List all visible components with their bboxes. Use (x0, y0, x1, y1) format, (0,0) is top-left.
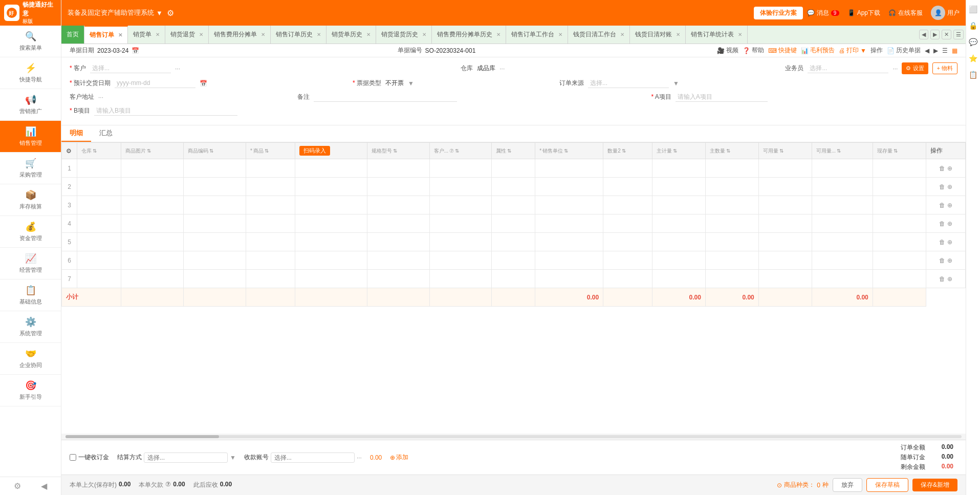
row-4-current[interactable] (873, 214, 926, 233)
row-7-copy-btn[interactable]: ⊕ (947, 275, 952, 283)
solution-btn[interactable]: 体验行业方案 (754, 7, 803, 19)
profit-btn[interactable]: 📊 毛利预告 (801, 46, 835, 55)
row-3-copy-btn[interactable]: ⊕ (947, 202, 952, 209)
row-2-spec[interactable] (367, 178, 429, 196)
row-1-available2[interactable] (812, 159, 873, 178)
row-1-copy-btn[interactable]: ⊕ (947, 165, 952, 172)
receipt-account-input[interactable] (271, 453, 355, 463)
th-attr[interactable]: 属性⇅ (491, 143, 535, 159)
row-2-scan[interactable] (295, 178, 367, 196)
row-5-copy-btn[interactable]: ⊕ (947, 239, 952, 246)
row-3-qty2[interactable] (603, 196, 652, 214)
tab-order-workbench-close[interactable]: ✕ (558, 32, 562, 37)
print-btn[interactable]: 🖨 打印 ▼ (839, 46, 866, 55)
row-2-attr[interactable] (491, 178, 535, 196)
sidebar-item-collab[interactable]: 🤝 企业协同 (0, 343, 61, 375)
row-5-code[interactable] (183, 233, 246, 251)
row-3-warehouse[interactable] (77, 196, 121, 214)
customer-dots[interactable]: ··· (175, 65, 180, 72)
row-1-available[interactable] (758, 159, 812, 178)
row-1-unit[interactable] (535, 159, 603, 178)
row-1-spec[interactable] (367, 159, 429, 178)
row-5-main-qty[interactable] (705, 233, 758, 251)
row-1-main-unit[interactable] (652, 159, 706, 178)
row-4-qty2[interactable] (603, 214, 652, 233)
row-4-available[interactable] (758, 214, 812, 233)
row-4-code[interactable] (183, 214, 246, 233)
row-3-code[interactable] (183, 196, 246, 214)
msg-action[interactable]: 💬 消息 9 (807, 9, 839, 17)
row-5-main-unit[interactable] (652, 233, 706, 251)
user-action[interactable]: 👤 用户 (931, 6, 960, 20)
sidebar-item-purchase[interactable]: 🛒 采购管理 (0, 153, 61, 184)
row-7-image[interactable] (121, 270, 183, 288)
row-3-product[interactable] (246, 196, 295, 214)
row-6-customer[interactable] (429, 251, 491, 270)
app-download-action[interactable]: 📱 App下载 (847, 9, 880, 17)
row-3-image[interactable] (121, 196, 183, 214)
th-scan[interactable]: 扫码录入 (295, 143, 367, 159)
row-7-code[interactable] (183, 270, 246, 288)
row-2-available[interactable] (758, 178, 812, 196)
delivery-input[interactable] (115, 78, 195, 88)
tab-order-history-close[interactable]: ✕ (317, 32, 321, 37)
row-4-scan[interactable] (295, 214, 367, 233)
nav-next-btn[interactable]: ▶ (933, 47, 938, 54)
tab-sales-expense-close[interactable]: ✕ (261, 32, 265, 37)
row-4-spec[interactable] (367, 214, 429, 233)
row-6-warehouse[interactable] (77, 251, 121, 270)
receipt-account-dots[interactable]: ··· (357, 454, 362, 461)
row-6-code[interactable] (183, 251, 246, 270)
row-7-current[interactable] (873, 270, 926, 288)
tab-prev-btn[interactable]: ◀ (919, 30, 928, 39)
row-2-product[interactable] (246, 178, 295, 196)
row-7-delete-btn[interactable]: 🗑 (939, 275, 945, 283)
remark-input[interactable] (314, 92, 457, 102)
row-7-available[interactable] (758, 270, 812, 288)
row-6-available[interactable] (758, 251, 812, 270)
row-6-unit[interactable] (535, 251, 603, 270)
row-2-delete-btn[interactable]: 🗑 (939, 183, 945, 190)
row-7-main-qty[interactable] (705, 270, 758, 288)
tab-expense-history[interactable]: 销售费用分摊单历史 ✕ (432, 26, 506, 44)
row-7-warehouse[interactable] (77, 270, 121, 288)
row-7-attr[interactable] (491, 270, 535, 288)
th-main-qty[interactable]: 主数量⇅ (705, 143, 758, 159)
row-4-customer[interactable] (429, 214, 491, 233)
add-item-btn[interactable]: + 物料 (932, 62, 957, 74)
row-1-delete-btn[interactable]: 🗑 (939, 165, 945, 172)
row-4-available2[interactable] (812, 214, 873, 233)
th-image[interactable]: 商品图片⇅ (121, 143, 183, 159)
row-6-spec[interactable] (367, 251, 429, 270)
rs-btn-5[interactable]: 📋 (966, 68, 980, 82)
row-5-available[interactable] (758, 233, 812, 251)
tab-cashflow-reconcile[interactable]: 钱货日清对账 ✕ (630, 26, 686, 44)
tab-cashflow-workbench[interactable]: 钱货日清工作台 ✕ (568, 26, 630, 44)
rs-btn-2[interactable]: 🔒 (966, 18, 980, 33)
warehouse-dots[interactable]: ··· (499, 65, 505, 72)
th-qty2[interactable]: 数量2⇅ (603, 143, 652, 159)
tab-sales-invoice[interactable]: 销货单 ✕ (128, 26, 165, 44)
sidebar-item-finance[interactable]: 💰 资金管理 (0, 216, 61, 248)
row-7-unit[interactable] (535, 270, 603, 288)
row-2-code[interactable] (183, 178, 246, 196)
row-4-delete-btn[interactable]: 🗑 (939, 220, 945, 227)
tab-sales-return[interactable]: 销货退货 ✕ (165, 26, 209, 44)
th-available[interactable]: 可用量⇅ (758, 143, 812, 159)
th-warehouse[interactable]: 仓库⇅ (77, 143, 121, 159)
table-wrapper[interactable]: ⚙ 仓库⇅ 商品图片⇅ 商品编码⇅ *商品⇅ 扫码录入 规格型号⇅ 客户...⑦… (61, 142, 966, 434)
tab-summary[interactable]: 汇总 (91, 125, 121, 142)
row-3-attr[interactable] (491, 196, 535, 214)
tab-sales-return-close[interactable]: ✕ (199, 32, 203, 37)
row-5-attr[interactable] (491, 233, 535, 251)
row-6-attr[interactable] (491, 251, 535, 270)
tab-return-history[interactable]: 销货退货历史 ✕ (376, 26, 432, 44)
row-6-copy-btn[interactable]: ⊕ (947, 257, 952, 264)
row-3-main-qty[interactable] (705, 196, 758, 214)
row-6-qty2[interactable] (603, 251, 652, 270)
row-1-image[interactable] (121, 159, 183, 178)
view-btn[interactable]: 🎥 视频 (717, 46, 738, 55)
th-product[interactable]: *商品⇅ (246, 143, 295, 159)
row-7-customer[interactable] (429, 270, 491, 288)
row-7-qty2[interactable] (603, 270, 652, 288)
